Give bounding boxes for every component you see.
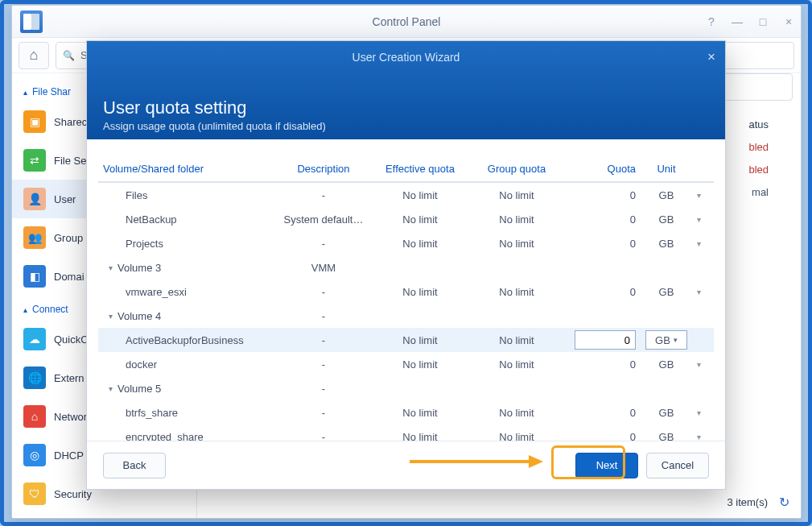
unit-select-value: GB <box>655 334 670 346</box>
table-row[interactable]: btrfs_share - No limit No limit 0 GB <box>98 400 714 425</box>
row-quota[interactable]: 0 <box>565 213 641 226</box>
table-row-selected[interactable]: ActiveBackupforBusiness - No limit No li… <box>98 328 714 352</box>
col-name[interactable]: Volume/Shared folder <box>98 163 275 175</box>
chevron-up-icon <box>23 305 27 314</box>
col-unit[interactable]: Unit <box>641 163 692 175</box>
row-group: No limit <box>468 334 565 346</box>
row-effective: No limit <box>372 238 468 250</box>
home-icon <box>30 47 39 64</box>
row-group: No limit <box>468 431 565 441</box>
row-group: No limit <box>468 286 565 298</box>
row-unit[interactable]: GB <box>659 189 674 201</box>
chevron-down-icon[interactable] <box>697 433 701 441</box>
window-title: Control Panel <box>373 15 441 28</box>
row-desc: - <box>275 407 372 419</box>
chevron-down-icon[interactable] <box>697 239 701 248</box>
maximize-icon[interactable]: □ <box>754 13 772 31</box>
row-unit[interactable]: GB <box>659 431 674 441</box>
user-creation-wizard-dialog: User Creation Wizard × User quota settin… <box>86 40 726 490</box>
chevron-down-icon[interactable] <box>697 288 701 296</box>
wizard-heading: User quota setting <box>103 97 247 118</box>
table-row[interactable]: docker - No limit No limit 0 GB <box>98 352 714 376</box>
back-button[interactable]: Back <box>103 453 166 478</box>
row-quota[interactable]: 0 <box>565 286 641 298</box>
home-button[interactable] <box>19 42 49 69</box>
wizard-body: Volume/Shared folder Description Effecti… <box>87 139 725 441</box>
row-group: No limit <box>468 189 565 201</box>
sidebar-item-label: Group <box>54 232 83 244</box>
window-titlebar: Control Panel ? — □ × <box>12 6 801 38</box>
status-cell: bled <box>748 164 769 176</box>
col-description[interactable]: Description <box>275 163 372 175</box>
sidebar-item-label: Sharec <box>54 116 87 128</box>
unit-select[interactable]: GB <box>645 330 687 350</box>
table-row-volume[interactable]: Volume 3 VMM <box>98 255 714 280</box>
quota-input[interactable] <box>575 330 636 350</box>
chevron-down-icon[interactable] <box>697 408 701 417</box>
row-name: ActiveBackupforBusiness <box>126 334 244 346</box>
row-name: NetBackup <box>126 213 177 226</box>
quota-table-body[interactable]: Files - No limit No limit 0 GB NetBackup… <box>98 183 714 441</box>
table-row-volume[interactable]: Volume 4 - <box>98 304 714 328</box>
sidebar-group-label: Connect <box>32 304 68 315</box>
group-icon: 👥 <box>23 226 46 249</box>
app-icon <box>20 10 43 33</box>
refresh-icon[interactable] <box>779 495 789 510</box>
chevron-down-icon[interactable] <box>697 360 701 369</box>
row-unit[interactable]: GB <box>659 238 674 250</box>
table-row-volume[interactable]: Volume 5 - <box>98 376 714 400</box>
table-row[interactable]: encrypted_share - No limit No limit 0 GB <box>98 425 714 441</box>
col-group-quota[interactable]: Group quota <box>468 163 565 175</box>
next-button[interactable]: Next <box>575 453 638 478</box>
row-quota[interactable]: 0 <box>565 358 641 371</box>
sidebar-group-label: File Shar <box>32 86 71 97</box>
row-desc: - <box>275 334 372 346</box>
row-effective: No limit <box>372 334 468 346</box>
chevron-down-icon[interactable] <box>697 191 701 200</box>
expand-icon[interactable] <box>103 312 117 321</box>
row-quota[interactable]: 0 <box>565 431 641 441</box>
row-desc: - <box>275 189 372 201</box>
chevron-down-icon <box>674 336 678 344</box>
quota-table-header: Volume/Shared folder Description Effecti… <box>98 155 714 183</box>
file-services-icon: ⇄ <box>23 149 46 172</box>
cloud-icon: ☁ <box>23 328 46 350</box>
wizard-titlebar: User Creation Wizard <box>352 51 460 64</box>
table-row[interactable]: Projects - No limit No limit 0 GB <box>98 231 714 255</box>
row-name: Volume 4 <box>117 310 161 322</box>
row-unit[interactable]: GB <box>659 358 674 371</box>
user-icon: 👤 <box>23 188 46 210</box>
col-effective-quota[interactable]: Effective quota <box>372 163 468 175</box>
wizard-header: User Creation Wizard × User quota settin… <box>87 41 725 139</box>
globe-icon: 🌐 <box>23 367 46 389</box>
domain-icon: ◧ <box>23 265 46 288</box>
close-dialog-icon[interactable]: × <box>707 49 715 65</box>
row-desc: - <box>275 383 372 395</box>
row-unit[interactable]: GB <box>659 286 674 298</box>
row-name: Files <box>126 189 147 201</box>
status-column-header[interactable]: atus <box>748 118 769 130</box>
row-quota[interactable]: 0 <box>565 238 641 250</box>
minimize-icon[interactable]: — <box>728 13 746 31</box>
folder-icon: ▣ <box>23 110 46 133</box>
row-unit[interactable]: GB <box>659 213 674 226</box>
cancel-button[interactable]: Cancel <box>646 453 709 478</box>
row-quota[interactable]: 0 <box>565 407 641 419</box>
row-name: encrypted_share <box>126 431 204 441</box>
col-quota[interactable]: Quota <box>565 163 641 175</box>
help-icon[interactable]: ? <box>703 13 720 31</box>
window-controls: ? — □ × <box>703 6 798 38</box>
row-name: btrfs_share <box>126 407 178 419</box>
sidebar-item-label: QuickC <box>54 333 89 346</box>
table-row[interactable]: Files - No limit No limit 0 GB <box>98 183 714 207</box>
table-row[interactable]: vmware_esxi - No limit No limit 0 GB <box>98 280 714 304</box>
row-quota[interactable]: 0 <box>565 189 641 201</box>
row-desc: System default… <box>275 213 372 226</box>
expand-icon[interactable] <box>103 263 117 272</box>
expand-icon[interactable] <box>103 384 117 393</box>
chevron-down-icon[interactable] <box>697 215 701 224</box>
table-row[interactable]: NetBackup System default… No limit No li… <box>98 207 714 231</box>
row-unit[interactable]: GB <box>659 407 674 419</box>
row-effective: No limit <box>372 358 468 371</box>
close-window-icon[interactable]: × <box>780 13 798 31</box>
